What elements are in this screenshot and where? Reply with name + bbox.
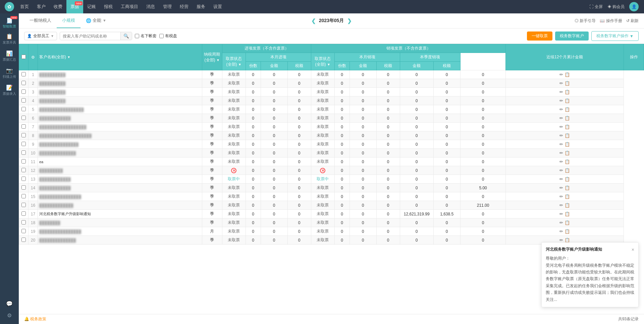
tab-all-capable[interactable]: 🌐全能 ▼: [80, 13, 112, 28]
row-num: 1: [29, 70, 38, 79]
member-btn[interactable]: ◈ 购会员: [607, 4, 625, 10]
name-under-account-checkbox[interactable]: 名下帐套: [135, 33, 157, 39]
edit-icon[interactable]: ✏: [559, 168, 563, 173]
edit-icon[interactable]: ✏: [559, 107, 563, 112]
edit-icon[interactable]: ✏: [559, 177, 563, 182]
digital-account-btn[interactable]: 税务数字账户: [555, 31, 589, 41]
nav-accounting[interactable]: 记账: [83, 0, 100, 13]
copy-icon[interactable]: 📋: [565, 177, 570, 182]
edit-icon[interactable]: ✏: [559, 72, 563, 77]
nav-home[interactable]: 首页: [16, 0, 33, 13]
edit-icon[interactable]: ✏: [559, 116, 563, 121]
copy-icon[interactable]: 📋: [565, 89, 570, 94]
row-action: ✏ 📋: [506, 96, 624, 105]
copy-icon[interactable]: 📋: [565, 107, 570, 112]
tab-small-scale[interactable]: 小规模: [57, 13, 80, 28]
row-in-tax: 0: [287, 96, 311, 105]
sidebar-item-config[interactable]: ⚙: [0, 310, 19, 324]
edit-icon[interactable]: ✏: [559, 211, 563, 216]
nav-fee[interactable]: 收费: [50, 0, 66, 13]
sidebar-item-smart-ticket[interactable]: 🧾 智能取票 new: [0, 15, 19, 30]
nav-tax[interactable]: 报税: [100, 0, 117, 13]
one-key-fetch-btn[interactable]: 一键取票: [527, 31, 552, 41]
employee-select[interactable]: 👤 全部员工 ▼: [24, 32, 57, 40]
copy-icon[interactable]: 📋: [565, 168, 570, 173]
edit-icon[interactable]: ✏: [559, 142, 563, 147]
copy-icon[interactable]: 📋: [565, 159, 570, 164]
edit-icon[interactable]: ✏: [559, 159, 563, 164]
col-income-amount: 金额: [261, 62, 287, 70]
edit-icon[interactable]: ✏: [559, 229, 563, 234]
copy-icon[interactable]: 📋: [565, 238, 570, 243]
nav-settings[interactable]: 设置: [209, 0, 226, 13]
refresh-btn[interactable]: ↺ 刷新: [626, 18, 639, 24]
copy-icon[interactable]: 📋: [565, 203, 570, 208]
row-ret-tax: 0: [433, 79, 460, 88]
edit-icon[interactable]: ✏: [559, 133, 563, 138]
edit-icon[interactable]: ✏: [559, 81, 563, 86]
edit-icon[interactable]: ✏: [559, 124, 563, 129]
nav-operation[interactable]: 经营: [176, 0, 193, 13]
copy-icon[interactable]: 📋: [565, 220, 570, 225]
copy-icon[interactable]: 📋: [565, 229, 570, 234]
has-tax-disk-checkbox[interactable]: 有税盘: [159, 33, 177, 39]
logo[interactable]: ✿: [3, 0, 16, 13]
col-client-name[interactable]: 客户名称(全部) ▼: [38, 44, 202, 70]
row-in-tax: 0: [287, 123, 311, 131]
copy-icon[interactable]: 📋: [565, 150, 570, 155]
edit-icon[interactable]: ✏: [559, 89, 563, 94]
nav-ticket[interactable]: 票据new: [66, 0, 83, 13]
search-input[interactable]: [60, 33, 120, 40]
copy-icon[interactable]: 📋: [565, 81, 570, 86]
prev-month-btn[interactable]: ❮: [311, 18, 316, 24]
copy-icon[interactable]: 📋: [565, 72, 570, 77]
tax-policy-link[interactable]: 🔔 税务政策: [24, 316, 46, 322]
edit-icon[interactable]: ✏: [559, 194, 563, 199]
copy-icon[interactable]: 📋: [565, 133, 570, 138]
next-month-btn[interactable]: ❯: [347, 18, 352, 24]
row-cycle: 季: [202, 88, 222, 96]
nav-service[interactable]: 服务: [193, 0, 209, 13]
edit-icon[interactable]: ✏: [559, 98, 563, 103]
sidebar-item-ticket-entry[interactable]: 📝 票据录入: [0, 82, 19, 99]
edit-icon[interactable]: ✏: [559, 203, 563, 208]
sidebar-item-chat[interactable]: 💬: [0, 298, 19, 310]
edit-icon[interactable]: ✏: [559, 238, 563, 243]
search-button[interactable]: 🔍: [120, 32, 132, 40]
copy-icon[interactable]: 📋: [565, 124, 570, 129]
nav-message[interactable]: 消息: [142, 0, 159, 13]
nav-commerce[interactable]: 工商项目: [117, 0, 142, 13]
nav-customer[interactable]: 客户: [33, 0, 50, 13]
sidebar-item-ticket-summary[interactable]: 📊 票据汇总: [0, 48, 19, 65]
select-all-checkbox[interactable]: [21, 55, 26, 59]
edit-icon[interactable]: ✏: [559, 220, 563, 225]
row-in-count: 0: [246, 184, 261, 192]
col-income-status[interactable]: 取票状态(全部) ▼: [222, 53, 246, 70]
row-in-tax: 0: [287, 105, 311, 114]
avatar[interactable]: 👤: [629, 2, 639, 11]
digital-account-ops-btn[interactable]: 税务数字账户操作 ▼: [591, 31, 639, 41]
edit-icon[interactable]: ✏: [559, 150, 563, 155]
row-out-status: 未取票: [311, 149, 334, 157]
notification-popup: 河北税务数字账户升级影响通知 × 尊敬的用户： 受河北电子税务局刚升级税务数字账…: [541, 242, 639, 307]
copy-icon[interactable]: 📋: [565, 185, 570, 190]
copy-icon[interactable]: 📋: [565, 194, 570, 199]
fullscreen-btn[interactable]: ⛶ 全屏: [589, 4, 602, 10]
col-cycle[interactable]: 纳税周期(全部) ▼: [202, 44, 222, 70]
sidebar-item-scan-upload[interactable]: 📷 扫描上传: [0, 65, 19, 82]
sidebar-item-invoice-open[interactable]: 📋 发票开具: [0, 30, 19, 48]
row-client-name: ██████████: [38, 96, 202, 105]
ticket-summary-icon: 📊: [6, 50, 13, 57]
nav-manage[interactable]: 管理: [159, 0, 176, 13]
copy-icon[interactable]: 📋: [565, 211, 570, 216]
manual-btn[interactable]: 📖 操作手册: [600, 18, 622, 24]
copy-icon[interactable]: 📋: [565, 142, 570, 147]
edit-icon[interactable]: ✏: [559, 185, 563, 190]
new-guide-btn[interactable]: ◎ 新手引导: [575, 18, 596, 24]
tab-general-taxpayer[interactable]: 一般纳税人: [24, 13, 57, 28]
copy-icon[interactable]: 📋: [565, 116, 570, 121]
notification-close-btn[interactable]: ×: [632, 247, 634, 252]
copy-icon[interactable]: 📋: [565, 98, 570, 103]
col-sales-status[interactable]: 取票状态(全部) ▼: [311, 53, 334, 70]
row-out-count: 0: [334, 114, 350, 123]
